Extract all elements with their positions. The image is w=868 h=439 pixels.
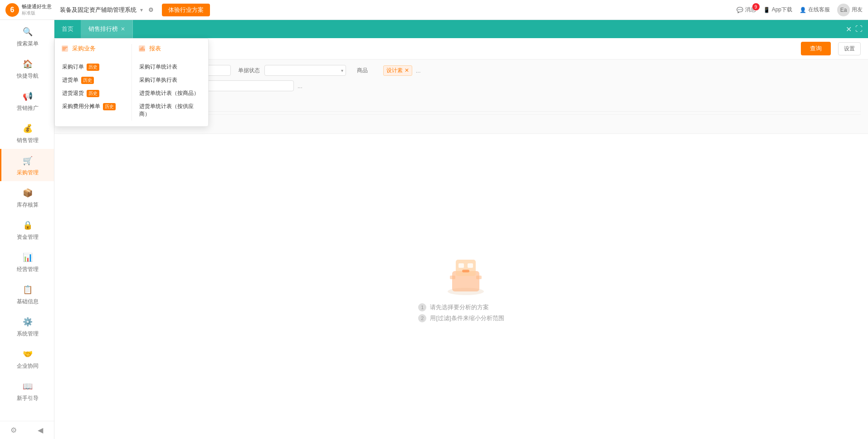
user-item[interactable]: Ea 用友 bbox=[837, 4, 863, 16]
goods-label: 商品 bbox=[357, 67, 380, 74]
enterprise-icon: 🤝 bbox=[21, 348, 34, 360]
report-col: 报表 采购订单统计表 采购订单执行表 进货单统计表（按商品） 进货单统计表（按供… bbox=[132, 44, 209, 121]
history-badge-3: 历史 bbox=[103, 103, 116, 110]
logo-icon: 6 bbox=[5, 3, 19, 17]
settings-icon[interactable]: ⚙ bbox=[148, 6, 154, 13]
goods-tag: 设计素 ✕ bbox=[383, 65, 412, 76]
purchase-dropdown-menu: 采购业务 采购订单 历史 进货单 历史 进货退货 历史 采购费用分摊单 历史 bbox=[54, 38, 209, 127]
return-label: 进货退货 bbox=[62, 89, 84, 97]
dropdown-item-order-exec[interactable]: 采购订单执行表 bbox=[137, 74, 203, 87]
status-label: 单据状态 bbox=[238, 67, 261, 74]
purchase-col-icon bbox=[60, 44, 69, 53]
tab-home-label: 首页 bbox=[62, 25, 73, 33]
tab-sales-rank-label: 销售排行榜 bbox=[88, 25, 118, 33]
sidebar-label-marketing: 营销推广 bbox=[17, 104, 39, 112]
sidebar-bottom: ⚙ ◀ bbox=[0, 421, 54, 439]
dropdown-item-return[interactable]: 进货退货 历史 bbox=[60, 87, 126, 100]
tip-text-2: 用[过滤]条件来缩小分析范围 bbox=[430, 314, 504, 322]
goods-tag-text: 设计素 bbox=[386, 67, 403, 74]
tab-expand-icon[interactable]: ⛶ bbox=[855, 25, 863, 33]
purchase-col-header: 采购业务 bbox=[60, 44, 126, 56]
user-avatar: Ea bbox=[837, 4, 850, 16]
sidebar-item-operations[interactable]: 📊 经营管理 bbox=[0, 246, 54, 278]
app-download-label: App下载 bbox=[772, 6, 792, 14]
system-title: 装备及固定资产辅助管理系统 bbox=[60, 6, 137, 14]
order-stat-label: 采购订单统计表 bbox=[139, 63, 177, 71]
empty-tip-1: 1 请先选择要分析的方案 bbox=[418, 303, 504, 311]
query-button[interactable]: 查询 bbox=[801, 42, 831, 55]
sidebar-item-marketing[interactable]: 📢 营销推广 bbox=[0, 84, 54, 117]
guide-icon: 📖 bbox=[21, 380, 34, 393]
svg-rect-4 bbox=[468, 263, 473, 268]
goods-tag-close[interactable]: ✕ bbox=[405, 67, 409, 74]
dropdown-item-incoming[interactable]: 进货单 历史 bbox=[60, 74, 126, 87]
report-col-icon bbox=[137, 44, 146, 53]
industry-button[interactable]: 体验行业方案 bbox=[162, 4, 210, 16]
home-icon: 🏠 bbox=[21, 58, 34, 70]
empty-state: 1 请先选择要分析的方案 2 用[过滤]条件来缩小分析范围 bbox=[54, 134, 868, 439]
dropdown-item-order-stat[interactable]: 采购订单统计表 bbox=[137, 60, 203, 74]
sidebar-item-finance[interactable]: 🔒 资金管理 bbox=[0, 213, 54, 246]
system-icon: ⚙️ bbox=[21, 316, 34, 328]
sidebar-item-enterprise[interactable]: 🤝 企业协同 bbox=[0, 342, 54, 375]
incoming-by-supplier-label: 进货单统计表（按供应商） bbox=[139, 103, 201, 118]
svg-rect-2 bbox=[456, 260, 476, 276]
sidebar-collapse-button[interactable]: ◀ bbox=[27, 421, 54, 439]
sidebar-item-basic[interactable]: 📋 基础信息 bbox=[0, 278, 54, 310]
sidebar-label-system: 系统管理 bbox=[17, 330, 39, 338]
search-icon: 🔍 bbox=[21, 25, 34, 38]
tab-sales-rank[interactable]: 销售排行榜 ✕ bbox=[81, 20, 133, 38]
settings-button[interactable]: 设置 bbox=[838, 42, 861, 55]
empty-tips: 1 请先选择要分析的方案 2 用[过滤]条件来缩小分析范围 bbox=[418, 303, 504, 322]
sidebar-item-quick[interactable]: 🏠 快捷导航 bbox=[0, 52, 54, 84]
sidebar-label-finance: 资金管理 bbox=[17, 233, 39, 241]
sidebar-label-inventory: 库存核算 bbox=[17, 201, 39, 209]
app-download-item[interactable]: 📱 App下载 bbox=[763, 6, 792, 14]
sidebar-item-search[interactable]: 🔍 搜索菜单 bbox=[0, 20, 54, 52]
sidebar-item-system[interactable]: ⚙️ 系统管理 bbox=[0, 310, 54, 342]
incoming-label: 进货单 bbox=[62, 76, 78, 84]
sidebar-label-search: 搜索菜单 bbox=[17, 40, 39, 48]
marketing-icon: 📢 bbox=[21, 90, 34, 103]
online-service-item[interactable]: 👤 在线客服 bbox=[800, 6, 830, 14]
svg-rect-5 bbox=[462, 270, 469, 272]
svg-rect-3 bbox=[458, 263, 464, 268]
status-select-wrapper bbox=[264, 65, 346, 76]
order-exec-label: 采购订单执行表 bbox=[139, 76, 177, 84]
status-select[interactable] bbox=[264, 65, 346, 76]
salesman-input[interactable] bbox=[203, 80, 294, 91]
tab-home[interactable]: 首页 bbox=[54, 20, 81, 38]
dropdown-item-incoming-by-goods[interactable]: 进货单统计表（按商品） bbox=[137, 87, 203, 100]
tab-close-all-icon[interactable]: ✕ bbox=[846, 25, 852, 34]
history-badge-1: 历史 bbox=[81, 77, 94, 84]
history-badge-0: 历史 bbox=[87, 64, 99, 71]
dropdown-cols: 采购业务 采购订单 历史 进货单 历史 进货退货 历史 采购费用分摊单 历史 bbox=[55, 44, 208, 121]
header-right: 💬 消息 9 📱 App下载 👤 在线客服 Ea 用友 bbox=[736, 4, 863, 16]
online-service-label: 在线客服 bbox=[808, 6, 830, 14]
sidebar-item-purchase[interactable]: 🛒 采购管理 bbox=[0, 149, 54, 181]
sidebar-item-sales[interactable]: 💰 销售管理 bbox=[0, 117, 54, 149]
sidebar-item-guide[interactable]: 📖 新手引导 bbox=[0, 375, 54, 407]
tab-bar-actions: ✕ ⛶ bbox=[840, 20, 868, 38]
dropdown-item-incoming-by-supplier[interactable]: 进货单统计表（按供应商） bbox=[137, 100, 203, 121]
salesman-ellipsis[interactable]: ... bbox=[297, 83, 302, 89]
user-label: 用友 bbox=[852, 6, 863, 14]
top-header: 6 畅捷通好生意 标准版 装备及固定资产辅助管理系统 ▾ ⚙ 体验行业方案 💬 … bbox=[0, 0, 868, 20]
purchase-col: 采购业务 采购订单 历史 进货单 历史 进货退货 历史 采购费用分摊单 历史 bbox=[55, 44, 132, 121]
svg-rect-7 bbox=[476, 276, 482, 279]
tab-close-icon[interactable]: ✕ bbox=[121, 26, 125, 32]
tip-num-2: 2 bbox=[418, 314, 426, 322]
message-item[interactable]: 💬 消息 9 bbox=[736, 6, 756, 14]
dropdown-item-purchase-order[interactable]: 采购订单 历史 bbox=[60, 60, 126, 74]
logo-title: 畅捷通好生意 bbox=[22, 3, 52, 10]
sidebar-settings-button[interactable]: ⚙ bbox=[0, 421, 27, 439]
finance-icon: 🔒 bbox=[21, 219, 34, 232]
sidebar-label-quick: 快捷导航 bbox=[17, 72, 39, 80]
title-dropdown-icon[interactable]: ▾ bbox=[140, 7, 143, 13]
incoming-by-goods-label: 进货单统计表（按商品） bbox=[139, 89, 199, 97]
goods-ellipsis[interactable]: ... bbox=[416, 67, 421, 74]
empty-tip-2: 2 用[过滤]条件来缩小分析范围 bbox=[418, 314, 504, 322]
sidebar-item-inventory[interactable]: 📦 库存核算 bbox=[0, 181, 54, 213]
dropdown-item-expense[interactable]: 采购费用分摊单 历史 bbox=[60, 100, 126, 113]
empty-svg bbox=[439, 251, 493, 296]
